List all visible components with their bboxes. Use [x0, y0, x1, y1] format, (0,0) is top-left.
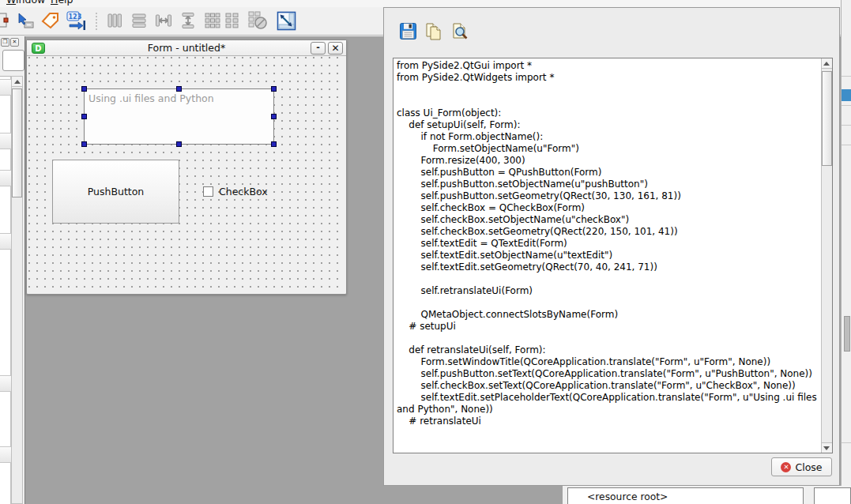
close-button[interactable]: ✕ Close	[771, 457, 832, 476]
widget-category-row[interactable]	[0, 133, 11, 149]
code-scrollbar[interactable]	[821, 58, 832, 453]
widget-category-row[interactable]	[0, 446, 11, 463]
code-view[interactable]: from PySide2.QtGui import * from PySide2…	[393, 58, 833, 453]
selection-handle[interactable]	[176, 86, 182, 92]
layout-horizontal-icon	[105, 11, 124, 30]
close-button-label: Close	[795, 461, 822, 473]
widget-category-row[interactable]	[0, 233, 11, 250]
widget-box-list[interactable]	[0, 76, 11, 504]
widget-category-row[interactable]	[0, 170, 11, 186]
widget-category-row[interactable]	[0, 375, 11, 392]
scrollbar-thumb[interactable]	[822, 71, 832, 166]
edit-signals-slots-button[interactable]	[14, 9, 36, 32]
edit-buddies-button[interactable]	[40, 9, 62, 32]
resource-root-item[interactable]: <resource root>	[587, 491, 668, 502]
layout-horizontal-splitter-button[interactable]	[153, 9, 175, 32]
scroll-down-icon[interactable]	[822, 442, 832, 453]
edit-signals-slots-icon	[16, 11, 36, 31]
close-icon: ✕	[781, 462, 791, 472]
scroll-up-icon[interactable]	[12, 77, 22, 87]
form-canvas[interactable]: Using .ui files and Python PushButton Ch…	[28, 57, 345, 294]
edit-widgets-icon	[0, 11, 10, 30]
svg-text:123: 123	[69, 13, 82, 21]
layout-grid-button[interactable]	[201, 9, 224, 32]
property-editor-dock-edge	[841, 0, 851, 504]
save-button[interactable]	[399, 22, 417, 40]
code-preview-dialog: from PySide2.QtGui import * from PySide2…	[383, 7, 840, 486]
pushbutton-widget[interactable]: PushButton	[52, 160, 179, 224]
selection-handle[interactable]	[81, 141, 87, 147]
layout-vertical-button[interactable]	[128, 9, 150, 32]
edit-tab-order-button[interactable]: 123	[65, 9, 87, 32]
find-button[interactable]	[450, 22, 469, 40]
layout-horizontal-splitter-icon	[154, 11, 173, 30]
resource-list-panel[interactable]	[814, 487, 851, 504]
generated-python-code[interactable]: from PySide2.QtGui import * from PySide2…	[397, 60, 819, 453]
form-window-title: Form - untitled*	[27, 42, 346, 54]
layout-form-button[interactable]	[224, 9, 241, 32]
widget-filter-input[interactable]	[2, 50, 24, 71]
checkbox-box[interactable]	[203, 186, 213, 197]
selection-handle[interactable]	[176, 141, 182, 147]
copy-button[interactable]	[424, 22, 442, 40]
find-icon	[450, 22, 469, 41]
selection-handle[interactable]	[81, 114, 87, 119]
selection-handle[interactable]	[271, 86, 277, 92]
pushbutton-label: PushButton	[88, 186, 145, 197]
checkbox-widget[interactable]: CheckBox	[202, 175, 282, 208]
save-icon	[399, 22, 417, 40]
toolbar-separator	[96, 13, 97, 30]
menu-bar: Window Help	[0, 0, 851, 7]
form-close-button[interactable]: ✕	[328, 42, 343, 55]
selection-handle[interactable]	[271, 141, 277, 147]
selection-handle[interactable]	[81, 86, 87, 92]
break-layout-icon	[247, 10, 268, 31]
form-minimize-button[interactable]: -	[311, 42, 326, 55]
resource-browser-dock: <resource root>	[563, 486, 851, 504]
adjust-size-button[interactable]	[275, 9, 297, 32]
scroll-up-icon[interactable]	[822, 58, 832, 69]
adjust-size-icon	[277, 11, 296, 31]
layout-form-icon	[224, 11, 240, 30]
layout-grid-icon	[203, 11, 222, 30]
layout-horizontal-button[interactable]	[104, 9, 126, 32]
break-layout-button[interactable]	[247, 9, 269, 32]
textedit-widget[interactable]: Using .ui files and Python	[84, 88, 274, 145]
layout-vertical-splitter-icon	[179, 11, 198, 30]
checkbox-label: CheckBox	[219, 186, 268, 197]
edit-buddies-icon	[40, 10, 61, 31]
textedit-placeholder: Using .ui files and Python	[88, 92, 214, 104]
layout-vertical-splitter-button[interactable]	[177, 9, 199, 32]
form-window: D Form - untitled* - ✕ Using .ui files a…	[26, 39, 347, 295]
dock-close-icon[interactable]: ✕	[10, 38, 19, 47]
dock-float-icon[interactable]: ❐	[1, 38, 9, 47]
menu-window[interactable]: Window	[6, 0, 45, 6]
property-selected-row	[842, 89, 851, 101]
resource-tree[interactable]: <resource root>	[567, 487, 804, 504]
menu-help[interactable]: Help	[51, 0, 73, 6]
form-title-bar[interactable]: D Form - untitled* - ✕	[27, 40, 346, 56]
widget-category-row[interactable]	[0, 79, 11, 96]
scrollbar-thumb[interactable]	[12, 88, 22, 197]
edit-widgets-button[interactable]	[0, 9, 12, 32]
widget-box-scrollbar[interactable]	[11, 76, 23, 504]
layout-vertical-icon	[130, 11, 149, 30]
property-scrollbar-thumb[interactable]	[844, 316, 850, 352]
selection-handle[interactable]	[271, 114, 277, 119]
copy-icon	[424, 22, 442, 41]
widget-box-dock: ❐ ✕	[0, 36, 24, 504]
edit-tab-order-icon: 123	[66, 10, 86, 31]
